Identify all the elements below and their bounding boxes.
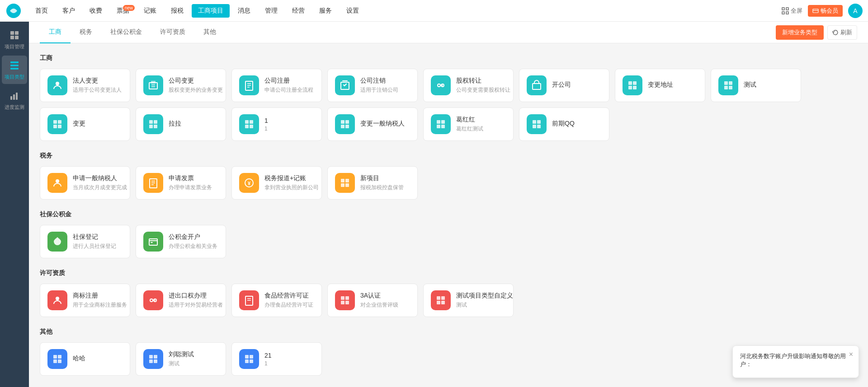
section-xuke: 许可资质 商标注册 用于企业商标注册服务 <box>40 269 857 317</box>
card-name-6: 变更地址 <box>648 81 673 89</box>
card-shipin-xuke[interactable]: 食品经营许可证 办理食品经营许可证 <box>231 284 322 317</box>
svg-rect-50 <box>341 120 344 124</box>
nav-message[interactable]: 消息 <box>231 4 257 18</box>
svg-rect-100 <box>245 359 249 363</box>
card-haha[interactable]: 哈哈 <box>40 342 130 376</box>
nav-items: 首页 客户 收费 票据 new 记账 报税 工商项目 消息 管理 经营 服务 设… <box>29 4 782 18</box>
card-text-xk4: 测试项目类型自定义 测试 <box>456 292 513 309</box>
nav-tax[interactable]: 报税 <box>165 4 190 18</box>
svg-text:¥: ¥ <box>248 181 251 186</box>
card-shenqing-yiban[interactable]: 申请一般纳税人 当月或次月成变更完成 <box>40 166 130 200</box>
nav-operation[interactable]: 经营 <box>286 4 311 18</box>
member-button[interactable]: 畅会员 <box>808 5 843 17</box>
card-ceshi[interactable]: 测试 <box>711 69 801 102</box>
card-shebao-dengji[interactable]: 社保登记 进行人员社保登记 <box>40 225 130 258</box>
card-icon-10 <box>239 114 259 134</box>
nav-settings[interactable]: 设置 <box>340 4 365 18</box>
new-type-button[interactable]: 新增业务类型 <box>776 25 824 40</box>
card-text-11: 变更一般纳税人 <box>360 120 405 129</box>
svg-rect-12 <box>10 65 19 66</box>
nav-bookkeeping[interactable]: 记账 <box>137 4 163 18</box>
sidebar-label-project-manage: 项目管理 <box>5 43 24 50</box>
svg-rect-61 <box>537 125 541 128</box>
card-fazhen-biangeng[interactable]: 法人变更 适用于公司变更法人 <box>40 69 130 102</box>
card-gongjijin-kaihu[interactable]: 公积金开户 办理公积金相关业务 <box>136 225 226 258</box>
card-liucong-ceshi[interactable]: 刘聪测试 测试 <box>136 342 226 376</box>
card-icon-xk4 <box>431 290 451 310</box>
card-gongsi-zhuce[interactable]: 公司注册 申请公司注册全流程 <box>231 69 322 102</box>
svg-rect-99 <box>250 355 253 359</box>
card-gongsi-zhuxiao[interactable]: 公司注销 适用于注销公司 <box>327 69 418 102</box>
tab-shuiwu[interactable]: 税务 <box>71 22 101 43</box>
refresh-button[interactable]: 刷新 <box>827 25 857 40</box>
nav-bizproject[interactable]: 工商项目 <box>192 4 230 18</box>
card-lala[interactable]: 拉拉 <box>136 107 226 141</box>
card-biangeng2[interactable]: 变更 <box>40 107 130 141</box>
card-biangeng-dizhi[interactable]: 变更地址 <box>615 69 705 102</box>
svg-rect-15 <box>13 94 15 100</box>
sidebar-item-project-manage[interactable]: 项目管理 <box>2 25 27 54</box>
card-text-qt0: 哈哈 <box>73 354 85 364</box>
svg-rect-69 <box>341 179 344 182</box>
card-3a-renzheng[interactable]: 3A认证 对企业信誉评级 <box>327 284 418 317</box>
card-icon-sw3 <box>335 173 355 193</box>
svg-rect-41 <box>58 125 61 128</box>
svg-rect-30 <box>628 81 632 85</box>
nav-ticket[interactable]: 票据 new <box>110 4 136 18</box>
card-biangeng-yiban[interactable]: 变更一般纳税人 <box>327 107 418 141</box>
tab-xuke[interactable]: 许可资质 <box>151 22 194 43</box>
card-name-9: 拉拉 <box>169 120 181 128</box>
card-desc-sw3: 报税加税控盘保管 <box>360 184 404 191</box>
nav-service[interactable]: 服务 <box>313 4 338 18</box>
fullscreen-button[interactable]: 全屏 <box>782 7 802 15</box>
content-area: 工商 税务 社保公积金 许可资质 其他 新增业务类型 刷新 工商 <box>29 22 868 387</box>
chart-icon <box>8 89 21 102</box>
svg-rect-33 <box>633 86 637 89</box>
sidebar-item-project-type[interactable]: 项目类型 <box>2 56 27 84</box>
svg-rect-31 <box>633 81 637 85</box>
nav-manage[interactable]: 管理 <box>259 4 284 18</box>
svg-rect-98 <box>245 355 249 359</box>
card-text-sw3: 新项目 报税加税控盘保管 <box>360 174 404 191</box>
notification-close[interactable]: × <box>849 350 853 359</box>
card-xin-xiangmu[interactable]: 新项目 报税加税控盘保管 <box>327 166 418 200</box>
card-name-13: 前期QQ <box>552 120 575 128</box>
card-ceshi-xuke[interactable]: 测试项目类型自定义 测试 <box>423 284 514 317</box>
svg-rect-73 <box>149 239 157 245</box>
card-kai-gongsi[interactable]: 开公司 <box>519 69 609 102</box>
nav-fee[interactable]: 收费 <box>83 4 108 18</box>
card-shuiwu-baodao[interactable]: ¥ 税务报道+记账 拿到营业执照的新公司 <box>231 166 322 200</box>
card-gehonghong[interactable]: 葛红红 葛红红测试 <box>423 107 514 141</box>
tab-qita[interactable]: 其他 <box>194 22 225 43</box>
avatar[interactable]: A <box>848 4 863 18</box>
nav-customer[interactable]: 客户 <box>56 4 81 18</box>
card-text-sb0: 社保登记 进行人员社保登记 <box>73 233 116 250</box>
card-gongsi-biangeng[interactable]: 公司变更 股权变更外的业务变更 <box>136 69 226 102</box>
card-21[interactable]: 21 1 <box>231 342 322 376</box>
svg-point-27 <box>438 84 440 87</box>
card-text-xk2: 食品经营许可证 办理食品经营许可证 <box>264 292 313 309</box>
tab-gongshang[interactable]: 工商 <box>40 22 71 43</box>
card-icon-qt2 <box>239 349 259 369</box>
card-text-5: 开公司 <box>552 81 571 90</box>
grid-icon <box>8 29 21 42</box>
svg-rect-10 <box>15 36 19 39</box>
svg-rect-90 <box>53 355 57 359</box>
card-1[interactable]: 1 1 <box>231 107 322 141</box>
svg-rect-79 <box>245 296 253 305</box>
card-guquan-zhuanrang[interactable]: 股权转让 公司变更需要股权转让 <box>423 69 514 102</box>
card-icon-12 <box>431 114 451 134</box>
svg-rect-70 <box>345 179 349 182</box>
card-jinchukouquan[interactable]: 进出口权办理 适用于对外贸易经营者 <box>136 284 226 317</box>
svg-rect-43 <box>154 120 157 124</box>
card-desc-0: 适用于公司变更法人 <box>73 86 122 94</box>
card-qianqi-qq[interactable]: 前期QQ <box>519 107 609 141</box>
svg-rect-86 <box>437 296 440 300</box>
sidebar-item-progress[interactable]: 进度监测 <box>2 86 27 114</box>
tab-shebao[interactable]: 社保公积金 <box>101 22 151 43</box>
card-shangbiao-zhuce[interactable]: 商标注册 用于企业商标注册服务 <box>40 284 130 317</box>
svg-rect-51 <box>345 120 349 124</box>
nav-home[interactable]: 首页 <box>29 4 54 18</box>
card-desc-sb0: 进行人员社保登记 <box>73 242 116 250</box>
card-shenqing-fapiao[interactable]: 申请发票 办理申请发票业务 <box>136 166 226 200</box>
